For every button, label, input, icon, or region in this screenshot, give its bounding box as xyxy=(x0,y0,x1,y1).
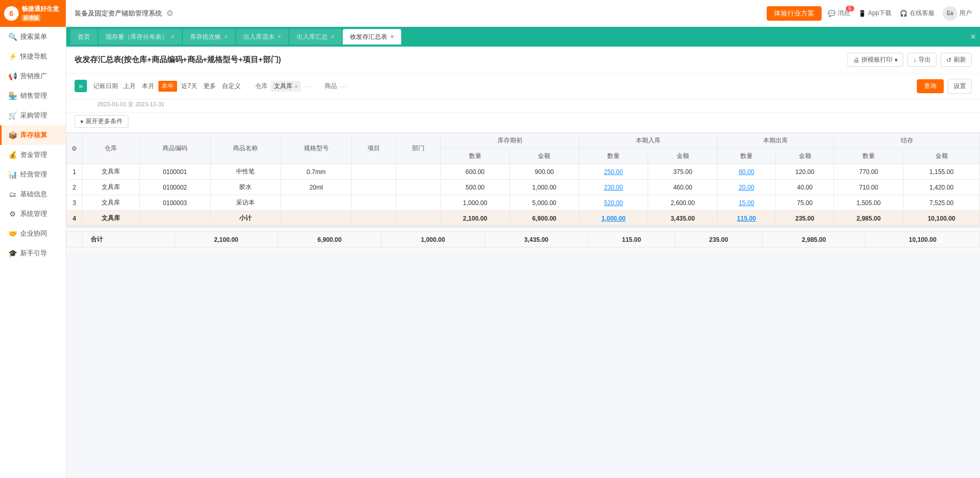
phone-icon: 📱 xyxy=(858,10,866,17)
goods-label: 商品 xyxy=(325,82,337,91)
query-button[interactable]: 查询 xyxy=(917,79,944,93)
logo-icon: 6 xyxy=(4,6,19,21)
filter-expand-button[interactable]: » xyxy=(75,80,87,92)
money-icon: 💰 xyxy=(8,151,17,159)
table-row-close-amt: 10,100.00 xyxy=(903,211,980,226)
table-row-out-qty[interactable]: 115.00 xyxy=(718,211,776,226)
export-icon: ↓ xyxy=(913,56,916,64)
export-button[interactable]: ↓ 导出 xyxy=(908,53,937,67)
data-table: ⚙ 仓库 商品编码 商品名称 规格型号 项目 部门 库存期初 本期入库 本期出库… xyxy=(66,133,980,226)
chevron-down-icon: ▾ xyxy=(895,56,898,64)
settings-icon[interactable]: ⚙ xyxy=(166,8,173,18)
table-row-in-qty[interactable]: 230.00 xyxy=(579,180,648,195)
sidebar-item-cooperation[interactable]: 🤝 企业协同 xyxy=(0,224,66,243)
sidebar-item-inventory[interactable]: 📦 库存核算 xyxy=(0,125,66,145)
filter-setting-button[interactable]: 设置 xyxy=(948,79,972,94)
th-config: ⚙ xyxy=(67,133,82,164)
table-row-seq: 4 xyxy=(67,211,82,226)
table-row-in-amt: 2,600.00 xyxy=(648,195,718,211)
table-row-seq: 2 xyxy=(67,180,82,195)
main-area: 装备及固定资产辅助管理系统 ⚙ 体验行业方案 💬 消息 6 📱 App下载 🎧 … xyxy=(66,0,980,478)
logo-text: 畅捷通好生意 标准版 xyxy=(22,5,59,22)
table-row-dept xyxy=(396,164,441,180)
page-title-bar: 收发存汇总表(按仓库+商品编码+商品+规格型号+项目+部门) 🖨 拼模板打印 ▾… xyxy=(66,47,980,74)
warehouse-tag: 文具库 × xyxy=(271,81,301,92)
th-opening: 库存期初 xyxy=(441,133,579,149)
avatar: Ea xyxy=(943,6,957,21)
table-body: 1文具库0100001中性笔0.7mm600.00900.00250.00375… xyxy=(67,164,980,226)
date-btn-7days[interactable]: 近7天 xyxy=(179,81,199,92)
tab-in-out-summary[interactable]: 出入库汇总 × xyxy=(289,29,342,45)
table-config-icon[interactable]: ⚙ xyxy=(71,145,77,152)
table-row-dept xyxy=(396,211,441,226)
page-title: 收发存汇总表(按仓库+商品编码+商品+规格型号+项目+部门) xyxy=(75,55,847,65)
refresh-button[interactable]: ↺ 刷新 xyxy=(941,53,972,67)
tab-close-in-out-flow[interactable]: × xyxy=(277,33,281,40)
table-row-name: 胶水 xyxy=(210,180,281,195)
table-row-code xyxy=(140,211,210,226)
sidebar-item-sales[interactable]: 🏪 销售管理 xyxy=(0,86,66,106)
sidebar-item-purchase[interactable]: 🛒 采购管理 xyxy=(0,106,66,125)
message-button[interactable]: 💬 消息 6 xyxy=(828,9,850,18)
sidebar-item-operations[interactable]: 📊 经营管理 xyxy=(0,165,66,184)
sidebar-logo: 6 畅捷通好生意 标准版 xyxy=(0,0,66,27)
close-all-tabs[interactable]: × xyxy=(970,32,976,42)
table-row-open-amt: 6,900.00 xyxy=(510,211,579,226)
tab-recv-send-summary[interactable]: 收发存汇总表 × xyxy=(343,29,401,45)
sidebar-item-system[interactable]: ⚙ 系统管理 xyxy=(0,204,66,224)
filter-goods-group: 商品 ··· xyxy=(325,82,348,91)
online-service-button[interactable]: 🎧 在线客服 xyxy=(900,9,934,18)
date-btn-this-year[interactable]: 本年 xyxy=(158,81,177,92)
filter-bar: » 记账日期 上月 本月 本年 近7天 更多 自定义 仓库 xyxy=(66,74,980,99)
th-out-qty: 数量 xyxy=(718,149,776,164)
table-row-out-qty[interactable]: 15.00 xyxy=(718,195,776,211)
table-row-name: 小计 xyxy=(210,211,281,226)
table-row-out-qty[interactable]: 80.00 xyxy=(718,164,776,180)
lightning-icon: ⚡ xyxy=(8,52,17,61)
tab-in-out-flow[interactable]: 出入库流水 × xyxy=(236,29,288,45)
tab-inventory-dist[interactable]: 现存量（库存分布表） × xyxy=(98,29,182,45)
trial-button[interactable]: 体验行业方案 xyxy=(767,6,822,21)
table-row-in-qty[interactable]: 1,000.00 xyxy=(579,211,648,226)
table-row-open-amt: 5,000.00 xyxy=(510,195,579,211)
sidebar-item-base-info[interactable]: 🗂 基础信息 xyxy=(0,184,66,204)
table-row-close-qty: 1,505.00 xyxy=(834,195,903,211)
warehouse-label: 仓库 xyxy=(255,82,268,91)
table-row-open-qty: 1,000.00 xyxy=(441,195,510,211)
sidebar-item-marketing[interactable]: 📢 营销推广 xyxy=(0,66,66,86)
date-btn-custom[interactable]: 自定义 xyxy=(220,81,243,92)
sidebar-item-guide[interactable]: 🎓 新手引导 xyxy=(0,243,66,263)
sidebar-item-quick-nav[interactable]: ⚡ 快捷导航 xyxy=(0,47,66,66)
expand-more-button[interactable]: ▾ 展开更多条件 xyxy=(75,115,128,128)
warehouse-tag-close[interactable]: × xyxy=(295,83,298,90)
table-row-out-qty[interactable]: 20.00 xyxy=(718,180,776,195)
tab-close-batch-ledger[interactable]: × xyxy=(224,33,228,40)
table-row-in-qty[interactable]: 520.00 xyxy=(579,195,648,211)
footer-close-amt: 10,100.00 xyxy=(866,232,980,248)
date-label: 记账日期 xyxy=(93,82,118,91)
date-btn-last-month[interactable]: 上月 xyxy=(121,81,138,92)
sidebar-item-finance[interactable]: 💰 资金管理 xyxy=(0,145,66,165)
goods-more[interactable]: ··· xyxy=(340,83,348,90)
tab-batch-ledger[interactable]: 库存批次账 × xyxy=(183,29,235,45)
print-button[interactable]: 🖨 拼模板打印 ▾ xyxy=(847,53,903,67)
tab-home[interactable]: 首页 xyxy=(70,29,97,45)
tab-close-inventory-dist[interactable]: × xyxy=(171,33,174,40)
sidebar-item-search[interactable]: 🔍 搜索菜单 xyxy=(0,27,66,47)
table-row-code: 0100001 xyxy=(140,164,210,180)
app-download-button[interactable]: 📱 App下载 xyxy=(858,9,891,18)
date-btn-more[interactable]: 更多 xyxy=(201,81,218,92)
user-button[interactable]: Ea 用户 xyxy=(943,6,972,21)
date-btn-this-month[interactable]: 本月 xyxy=(140,81,156,92)
th-in-amt: 金额 xyxy=(648,149,718,164)
table-row-in-qty[interactable]: 250.00 xyxy=(579,164,648,180)
megaphone-icon: 📢 xyxy=(8,72,17,80)
table-row-name: 中性笔 xyxy=(210,164,281,180)
warehouse-more[interactable]: ··· xyxy=(304,83,312,90)
table-row-in-amt: 375.00 xyxy=(648,164,718,180)
logo-tag: 标准版 xyxy=(22,15,40,21)
tab-close-in-out-summary[interactable]: × xyxy=(331,33,334,40)
store-icon: 🏪 xyxy=(8,92,17,100)
table-row-close-amt: 1,420.00 xyxy=(903,180,980,195)
tab-close-recv-send[interactable]: × xyxy=(390,33,394,40)
